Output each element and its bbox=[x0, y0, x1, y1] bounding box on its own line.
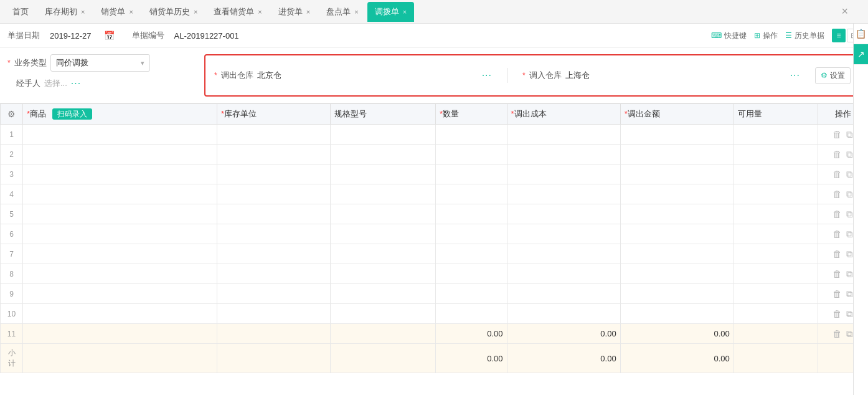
row-qty-6[interactable] bbox=[436, 224, 507, 244]
row-unit-4[interactable] bbox=[217, 184, 330, 204]
table-gear-icon[interactable]: ⚙ bbox=[7, 109, 16, 119]
row-goods-1[interactable] bbox=[23, 125, 217, 145]
handler-select[interactable]: 选择... bbox=[44, 78, 67, 89]
delete-icon-7[interactable]: 🗑 bbox=[833, 249, 842, 259]
row-goods-8[interactable] bbox=[23, 264, 217, 284]
row-unit-5[interactable] bbox=[217, 204, 330, 224]
copy-icon-10[interactable]: ⧉ bbox=[846, 308, 853, 319]
handler-more-icon[interactable]: ··· bbox=[71, 78, 81, 89]
row-cost-8[interactable] bbox=[507, 264, 620, 284]
tab-view-sales[interactable]: 查看销货单 × bbox=[206, 2, 269, 22]
row-amount-8[interactable] bbox=[620, 264, 734, 284]
sidebar-export-icon[interactable]: ↗ bbox=[854, 44, 868, 65]
row-goods-7[interactable] bbox=[23, 244, 217, 264]
row-unit-8[interactable] bbox=[217, 264, 330, 284]
delete-icon-5[interactable]: 🗑 bbox=[833, 209, 842, 219]
row-unit-10[interactable] bbox=[217, 304, 330, 324]
row-spec-6[interactable] bbox=[331, 224, 436, 244]
history-btn[interactable]: ☰ 历史单据 bbox=[785, 31, 824, 41]
delete-icon-1[interactable]: 🗑 bbox=[833, 129, 842, 140]
delete-icon-8[interactable]: 🗑 bbox=[833, 269, 842, 279]
row-goods-11[interactable] bbox=[23, 324, 217, 344]
row-cost-10[interactable] bbox=[507, 304, 620, 324]
tab-view-sales-close[interactable]: × bbox=[258, 8, 262, 16]
copy-icon-3[interactable]: ⧉ bbox=[846, 169, 853, 179]
scan-input-btn[interactable]: 扫码录入 bbox=[52, 108, 92, 120]
warehouse-settings-btn[interactable]: ⚙ 设置 bbox=[815, 67, 851, 84]
delete-icon-9[interactable]: 🗑 bbox=[833, 288, 842, 299]
copy-icon-1[interactable]: ⧉ bbox=[846, 129, 853, 140]
calendar-icon[interactable]: 📅 bbox=[104, 31, 115, 40]
sidebar-doc-icon[interactable]: 📋 bbox=[854, 24, 868, 44]
window-close-button[interactable]: × bbox=[841, 5, 848, 17]
row-unit-1[interactable] bbox=[217, 125, 330, 145]
row-unit-9[interactable] bbox=[217, 284, 330, 304]
row-qty-1[interactable] bbox=[436, 125, 507, 145]
row-amount-1[interactable] bbox=[620, 125, 734, 145]
row-qty-9[interactable] bbox=[436, 284, 507, 304]
row-goods-2[interactable] bbox=[23, 145, 217, 164]
tab-inventory-init[interactable]: 库存期初 × bbox=[37, 2, 92, 22]
delete-icon-10[interactable]: 🗑 bbox=[833, 308, 842, 319]
tab-purchase-order-close[interactable]: × bbox=[306, 8, 310, 16]
tab-stock-check[interactable]: 盘点单 × bbox=[319, 2, 366, 22]
row-cost-7[interactable] bbox=[507, 244, 620, 264]
row-unit-6[interactable] bbox=[217, 224, 330, 244]
tab-sales-order-close[interactable]: × bbox=[129, 8, 133, 16]
tab-purchase-order[interactable]: 进货单 × bbox=[271, 2, 318, 22]
row-spec-9[interactable] bbox=[331, 284, 436, 304]
delete-icon-3[interactable]: 🗑 bbox=[833, 169, 842, 179]
tab-sales-history-close[interactable]: × bbox=[194, 8, 197, 16]
row-spec-11[interactable] bbox=[331, 324, 436, 344]
view-toggle-list[interactable]: ≡ bbox=[832, 29, 846, 42]
delete-icon-4[interactable]: 🗑 bbox=[833, 189, 842, 199]
row-spec-5[interactable] bbox=[331, 204, 436, 224]
row-spec-3[interactable] bbox=[331, 164, 436, 184]
row-cost-4[interactable] bbox=[507, 184, 620, 204]
row-unit-7[interactable] bbox=[217, 244, 330, 264]
row-cost-3[interactable] bbox=[507, 164, 620, 184]
tab-home[interactable]: 首页 bbox=[5, 2, 36, 22]
copy-icon-4[interactable]: ⧉ bbox=[846, 189, 853, 199]
warehouse-in-more-icon[interactable]: ··· bbox=[790, 70, 800, 81]
row-goods-10[interactable] bbox=[23, 304, 217, 324]
tab-transfer-order[interactable]: 调拨单 × bbox=[367, 2, 414, 22]
tab-sales-history[interactable]: 销货单历史 × bbox=[142, 2, 205, 22]
row-unit-3[interactable] bbox=[217, 164, 330, 184]
row-amount-6[interactable] bbox=[620, 224, 734, 244]
tab-stock-check-close[interactable]: × bbox=[354, 8, 358, 16]
row-qty-4[interactable] bbox=[436, 184, 507, 204]
row-amount-3[interactable] bbox=[620, 164, 734, 184]
row-qty-2[interactable] bbox=[436, 145, 507, 164]
copy-icon-2[interactable]: ⧉ bbox=[846, 149, 853, 159]
row-cost-9[interactable] bbox=[507, 284, 620, 304]
copy-icon-6[interactable]: ⧉ bbox=[846, 229, 853, 239]
row-unit-2[interactable] bbox=[217, 145, 330, 164]
row-cost-1[interactable] bbox=[507, 125, 620, 145]
row-amount-10[interactable] bbox=[620, 304, 734, 324]
row-goods-5[interactable] bbox=[23, 204, 217, 224]
row-spec-2[interactable] bbox=[331, 145, 436, 164]
row-qty-5[interactable] bbox=[436, 204, 507, 224]
shortcut-btn[interactable]: ⌨ 快捷键 bbox=[711, 31, 747, 41]
row-cost-6[interactable] bbox=[507, 224, 620, 244]
row-amount-7[interactable] bbox=[620, 244, 734, 264]
row-qty-7[interactable] bbox=[436, 244, 507, 264]
row-qty-3[interactable] bbox=[436, 164, 507, 184]
delete-icon[interactable]: 🗑 bbox=[833, 328, 842, 339]
copy-icon[interactable]: ⧉ bbox=[846, 328, 853, 339]
business-type-select[interactable]: 同价调拨 ▾ bbox=[50, 54, 150, 72]
row-spec-8[interactable] bbox=[331, 264, 436, 284]
row-cost-5[interactable] bbox=[507, 204, 620, 224]
row-amount-4[interactable] bbox=[620, 184, 734, 204]
tab-transfer-order-close[interactable]: × bbox=[403, 8, 407, 16]
row-cost-2[interactable] bbox=[507, 145, 620, 164]
copy-icon-9[interactable]: ⧉ bbox=[846, 288, 853, 299]
row-unit-11[interactable] bbox=[217, 324, 330, 344]
row-qty-10[interactable] bbox=[436, 304, 507, 324]
copy-icon-7[interactable]: ⧉ bbox=[846, 249, 853, 259]
row-spec-4[interactable] bbox=[331, 184, 436, 204]
row-goods-9[interactable] bbox=[23, 284, 217, 304]
row-qty-8[interactable] bbox=[436, 264, 507, 284]
tab-inventory-init-close[interactable]: × bbox=[81, 8, 85, 16]
